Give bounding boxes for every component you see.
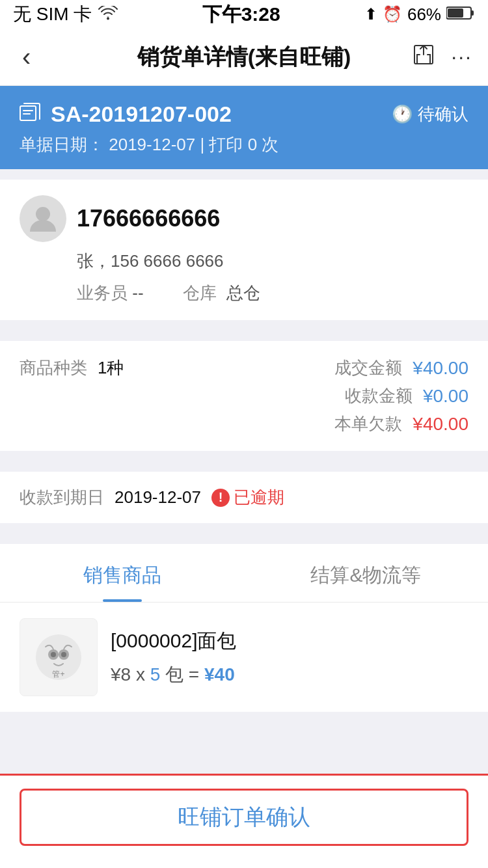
- tab-active-underline: [103, 599, 142, 602]
- confirm-btn-container: 旺铺订单确认: [0, 774, 488, 868]
- product-image: 管+: [20, 618, 98, 696]
- product-section: 管+ [0000002]面包 ¥8 x 5 包 = ¥40: [0, 603, 488, 712]
- wifi-icon: [98, 4, 118, 25]
- share-icon[interactable]: [412, 43, 435, 72]
- customer-phone: 17666666666: [77, 205, 220, 232]
- customer-section: 17666666666 张，156 6666 6666 业务员 -- 仓库 总仓: [0, 180, 488, 320]
- deal-amount-item: 成交金额 ¥40.00: [334, 357, 468, 379]
- product-calc: ¥8 x 5 包 = ¥40: [111, 662, 468, 687]
- financial-section: 商品种类 1种 成交金额 ¥40.00 收款金额 ¥0.00 本单欠款 ¥40.…: [0, 341, 488, 451]
- svg-point-8: [36, 207, 50, 221]
- svg-rect-2: [471, 10, 474, 16]
- customer-avatar: [20, 195, 66, 242]
- confirm-order-button[interactable]: 旺铺订单确认: [20, 789, 468, 846]
- svg-text:管+: 管+: [52, 670, 64, 679]
- customer-row: 17666666666: [20, 195, 468, 242]
- back-button[interactable]: ‹: [16, 36, 37, 78]
- overdue-text: 已逾期: [234, 486, 284, 509]
- customer-meta: 业务员 -- 仓库 总仓: [77, 282, 468, 305]
- tabs-section: 销售商品 结算&物流等: [0, 544, 488, 603]
- order-id: SA-20191207-002: [20, 102, 232, 127]
- page-title: 销货单详情(来自旺铺): [137, 42, 351, 72]
- order-date-row: 单据日期： 2019-12-07 | 打印 0 次: [20, 133, 468, 156]
- battery-icon: [446, 5, 475, 25]
- amounts-section: 成交金额 ¥40.00 收款金额 ¥0.00 本单欠款 ¥40.00: [334, 357, 468, 435]
- clock-icon: 🕐: [392, 104, 413, 124]
- owed-amount-item: 本单欠款 ¥40.00: [334, 413, 468, 435]
- alarm-icon: ⏰: [383, 5, 402, 23]
- carrier-text: 无 SIM 卡: [13, 2, 92, 27]
- svg-point-13: [61, 652, 66, 657]
- status-bar-left: 无 SIM 卡: [13, 2, 118, 27]
- product-info: [0000002]面包 ¥8 x 5 包 = ¥40: [111, 628, 468, 687]
- divider-2: [0, 451, 488, 461]
- nav-bar: ‹ 销货单详情(来自旺铺) ···: [0, 29, 488, 86]
- status-bar: 无 SIM 卡 下午3:28 ⬆ ⏰ 66%: [0, 0, 488, 29]
- product-item: 管+ [0000002]面包 ¥8 x 5 包 = ¥40: [20, 618, 468, 696]
- divider-1: [0, 320, 488, 331]
- overdue-badge: ! 已逾期: [211, 486, 284, 509]
- tab-sales-products[interactable]: 销售商品: [0, 544, 244, 602]
- svg-rect-3: [448, 8, 463, 18]
- due-section: 收款到期日 2019-12-07 ! 已逾期: [0, 472, 488, 523]
- svg-point-0: [107, 18, 109, 20]
- order-status: 🕐 待确认: [392, 103, 468, 126]
- warehouse-info: 仓库 总仓: [183, 282, 260, 305]
- location-icon: ⬆: [364, 5, 377, 23]
- order-header-card: SA-20191207-002 🕐 待确认 单据日期： 2019-12-07 |…: [0, 86, 488, 169]
- battery-text: 66%: [407, 5, 441, 25]
- sales-info: 业务员 --: [77, 282, 144, 305]
- more-icon[interactable]: ···: [451, 45, 472, 69]
- product-type-info: 商品种类 1种: [20, 357, 124, 379]
- overdue-warning-icon: !: [211, 489, 230, 507]
- order-id-row: SA-20191207-002 🕐 待确认: [20, 102, 468, 127]
- svg-point-12: [51, 652, 56, 657]
- customer-name: 张，156 6666 6666: [77, 250, 468, 273]
- divider-3: [0, 523, 488, 534]
- receipt-amount-item: 收款金额 ¥0.00: [345, 385, 468, 407]
- status-bar-right: ⬆ ⏰ 66%: [364, 5, 475, 25]
- product-name: [0000002]面包: [111, 628, 468, 655]
- tab-settlement-logistics[interactable]: 结算&物流等: [244, 544, 488, 602]
- tabs-row: 销售商品 结算&物流等: [0, 544, 488, 603]
- nav-actions: ···: [412, 43, 472, 72]
- financial-row: 商品种类 1种 成交金额 ¥40.00 收款金额 ¥0.00 本单欠款 ¥40.…: [20, 357, 468, 435]
- order-icon: [20, 103, 43, 126]
- status-time: 下午3:28: [202, 1, 280, 28]
